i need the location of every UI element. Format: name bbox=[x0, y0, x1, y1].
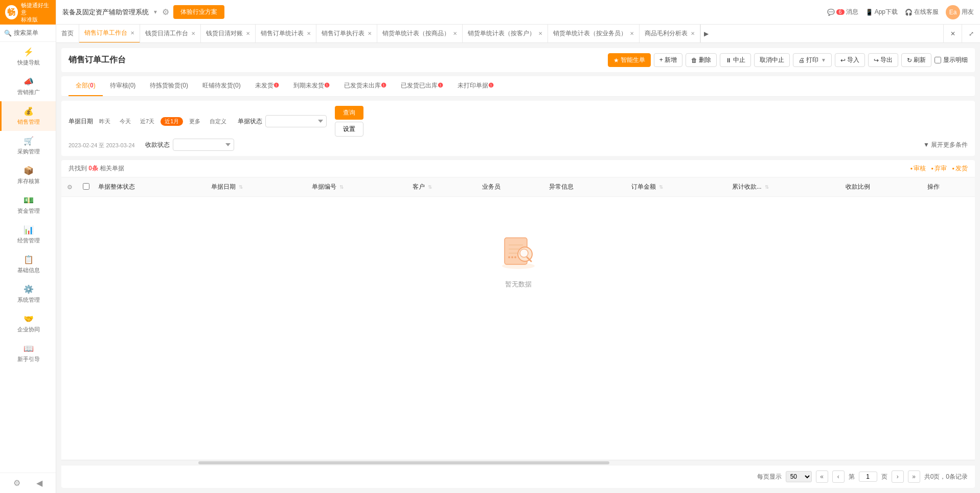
th-collected[interactable]: 累计收款... ⇅ bbox=[728, 177, 841, 197]
settings-footer-button[interactable]: ⚙ bbox=[13, 478, 20, 488]
show-detail-checkbox[interactable] bbox=[935, 57, 941, 63]
export-button[interactable]: ↪ 导出 bbox=[868, 53, 898, 67]
select-all-checkbox[interactable] bbox=[83, 183, 89, 190]
settings-button[interactable]: 设置 bbox=[335, 122, 363, 137]
payment-select[interactable] bbox=[173, 139, 234, 151]
tab-sales-order-exec[interactable]: 销售订单执行表 ✕ bbox=[316, 25, 377, 43]
svg-point-10 bbox=[511, 256, 513, 258]
date-btn-more[interactable]: 更多 bbox=[186, 117, 203, 126]
cancel-pause-button[interactable]: 取消中止 bbox=[754, 53, 790, 67]
sidebar-item-purchase[interactable]: 🛒 采购管理 bbox=[0, 131, 56, 161]
tab-sales-stats-staff[interactable]: 销货单统计表（按业务员） ✕ bbox=[548, 25, 640, 43]
message-icon: 💬 bbox=[827, 9, 835, 16]
review-action-button[interactable]: 审核 bbox=[910, 164, 926, 173]
sub-tab-not-printed[interactable]: 未打印单据❶ bbox=[450, 76, 501, 96]
th-customer[interactable]: 客户 ⇅ bbox=[408, 177, 478, 197]
pause-button[interactable]: ⏸ 中止 bbox=[720, 53, 751, 67]
query-button[interactable]: 查询 bbox=[335, 106, 363, 120]
export-icon: ↪ bbox=[874, 57, 879, 64]
date-btn-last1month[interactable]: 近1月 bbox=[161, 117, 183, 126]
sidebar-item-basic-info[interactable]: 📋 基础信息 bbox=[0, 250, 56, 279]
tab-close-sales-order-workspace[interactable]: ✕ bbox=[130, 30, 134, 36]
app-download-button[interactable]: 📱 App下载 bbox=[865, 8, 898, 16]
sub-tab-wangpu[interactable]: 旺铺待发货(0) bbox=[195, 76, 248, 96]
tab-sales-stats-product[interactable]: 销货单统计表（按商品） ✕ bbox=[377, 25, 463, 43]
sidebar-item-finance[interactable]: 💵 资金管理 bbox=[0, 190, 56, 220]
tab-cash-reconcile[interactable]: 钱货日清对账 ✕ bbox=[201, 25, 256, 43]
tab-sales-order-workspace[interactable]: 销售订单工作台 ✕ bbox=[79, 25, 140, 43]
ship-action-button[interactable]: 发货 bbox=[952, 164, 968, 173]
sub-tab-not-shipped[interactable]: 未发货❶ bbox=[248, 76, 286, 96]
sub-tab-shipped-not-out[interactable]: 已发货未出库❶ bbox=[337, 76, 394, 96]
tab-close-all-button[interactable]: ✕ bbox=[943, 25, 962, 43]
gear-settings-icon[interactable]: ⚙ bbox=[162, 7, 169, 17]
sidebar-item-inventory[interactable]: 📦 库存核算 bbox=[0, 161, 56, 190]
page-label: 第 bbox=[849, 473, 855, 481]
sub-tab-shipped-out[interactable]: 已发货已出库❶ bbox=[394, 76, 450, 96]
tab-home[interactable]: 首页 bbox=[56, 25, 79, 43]
th-number[interactable]: 单据编号 ⇅ bbox=[308, 177, 408, 197]
tab-close-sales-stats-staff[interactable]: ✕ bbox=[630, 31, 634, 36]
tab-sales-order-stats[interactable]: 销售订单统计表 ✕ bbox=[256, 25, 316, 43]
tab-close-sales-order-stats[interactable]: ✕ bbox=[307, 31, 311, 36]
sidebar-search-item[interactable]: 🔍 搜索菜单 bbox=[0, 25, 56, 42]
date-btn-today[interactable]: 今天 bbox=[117, 117, 134, 126]
sub-tab-pending-review[interactable]: 待审核(0) bbox=[103, 76, 143, 96]
tab-product-margin[interactable]: 商品毛利分析表 ✕ bbox=[640, 25, 700, 43]
tab-close-sales-stats-customer[interactable]: ✕ bbox=[538, 31, 542, 36]
tab-close-cash-reconcile[interactable]: ✕ bbox=[246, 31, 250, 36]
last-page-button[interactable]: » bbox=[908, 470, 920, 483]
page-size-select[interactable]: 10 20 50 100 bbox=[786, 471, 812, 482]
th-date[interactable]: 单据日期 ⇅ bbox=[207, 177, 308, 197]
sidebar-item-system[interactable]: ⚙️ 系统管理 bbox=[0, 279, 56, 309]
cancel-review-action-button[interactable]: 弃审 bbox=[931, 164, 947, 173]
collapse-sidebar-button[interactable]: ◀ bbox=[36, 478, 42, 488]
tab-close-cash-daily[interactable]: ✕ bbox=[191, 31, 195, 36]
print-icon: 🖨 bbox=[799, 57, 805, 64]
sidebar-item-enterprise[interactable]: 🤝 企业协同 bbox=[0, 309, 56, 339]
solution-button[interactable]: 体验行业方案 bbox=[173, 5, 224, 19]
sidebar-item-marketing[interactable]: 📣 营销推广 bbox=[0, 72, 56, 101]
sidebar-item-sales[interactable]: 💰 销售管理 bbox=[0, 101, 56, 131]
page-number-input[interactable] bbox=[859, 472, 877, 482]
sidebar-item-operation[interactable]: 📊 经营管理 bbox=[0, 220, 56, 250]
date-btn-yesterday[interactable]: 昨天 bbox=[96, 117, 113, 126]
date-btn-last7[interactable]: 近7天 bbox=[137, 117, 157, 126]
date-filter: 单据日期 昨天 今天 近7天 近1月 更多 自定义 bbox=[69, 117, 230, 126]
tab-close-sales-stats-product[interactable]: ✕ bbox=[453, 31, 457, 36]
th-column-settings[interactable]: ⚙ bbox=[61, 177, 78, 197]
online-service-button[interactable]: 🎧 在线客服 bbox=[905, 8, 939, 16]
tab-cash-daily[interactable]: 钱货日清工作台 ✕ bbox=[140, 25, 201, 43]
page-title: 销售订单工作台 bbox=[69, 55, 126, 65]
refresh-button[interactable]: ↻ 刷新 bbox=[901, 53, 931, 67]
tab-close-sales-order-exec[interactable]: ✕ bbox=[368, 31, 372, 36]
operation-icon: 📊 bbox=[24, 225, 34, 235]
prev-page-button[interactable]: ‹ bbox=[832, 470, 845, 483]
show-detail-checkbox-label[interactable]: 显示明细 bbox=[935, 56, 968, 64]
tab-fullscreen-button[interactable]: ⤢ bbox=[962, 25, 980, 43]
delete-button[interactable]: 🗑 删除 bbox=[686, 53, 717, 67]
message-button[interactable]: 💬 6 消息 bbox=[827, 8, 858, 16]
add-button[interactable]: + 新增 bbox=[654, 53, 682, 67]
sub-tab-all[interactable]: 全部(0) bbox=[69, 76, 103, 96]
import-button[interactable]: ↩ 导入 bbox=[835, 53, 865, 67]
sub-tab-pending-inspect[interactable]: 待拣货验货(0) bbox=[143, 76, 195, 96]
sidebar-item-newbie[interactable]: 📖 新手引导 bbox=[0, 339, 56, 368]
tab-nav-more-button[interactable]: ▶ bbox=[700, 25, 712, 43]
tab-sales-stats-customer[interactable]: 销货单统计表（按客户） ✕ bbox=[463, 25, 548, 43]
expand-filter-button[interactable]: ▼ 展开更多条件 bbox=[923, 141, 968, 149]
th-amount[interactable]: 订单金额 ⇅ bbox=[627, 177, 728, 197]
horizontal-scrollbar[interactable] bbox=[61, 460, 975, 465]
enterprise-icon: 🤝 bbox=[24, 314, 34, 324]
date-btn-custom[interactable]: 自定义 bbox=[207, 117, 230, 126]
user-menu-button[interactable]: Ea 用友 bbox=[946, 5, 974, 19]
smart-create-button[interactable]: ★ 智能生单 bbox=[608, 53, 651, 67]
marketing-icon: 📣 bbox=[24, 77, 34, 86]
tab-close-product-margin[interactable]: ✕ bbox=[691, 31, 695, 36]
next-page-button[interactable]: › bbox=[892, 470, 904, 483]
first-page-button[interactable]: « bbox=[816, 470, 828, 483]
sidebar-item-quick-nav[interactable]: ⚡ 快捷导航 bbox=[0, 42, 56, 72]
print-button[interactable]: 🖨 打印 ▼ bbox=[793, 53, 832, 67]
sub-tab-overdue[interactable]: 到期未发货❶ bbox=[286, 76, 337, 96]
status-select[interactable] bbox=[265, 115, 327, 127]
